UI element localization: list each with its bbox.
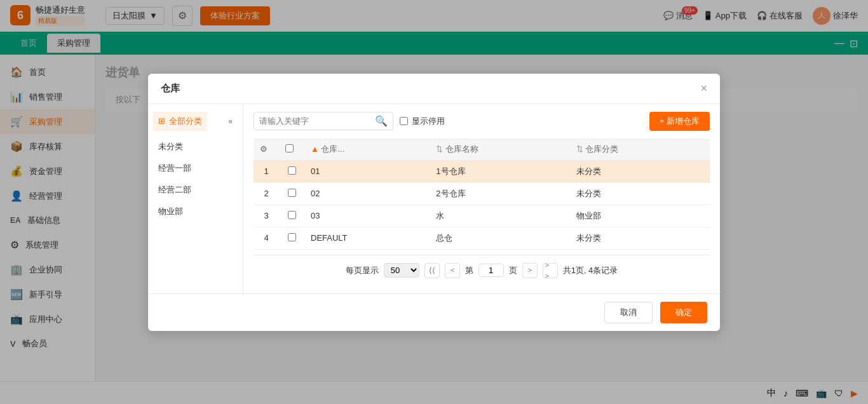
show-disabled-text: 显示停用 [412,116,445,127]
modal-sidebar-dept2-label: 经营二部 [158,184,191,196]
modal-close-button[interactable]: × [700,83,707,94]
table-header: ⚙ ▲ 仓库... ⇅ 仓库名称 [254,138,710,161]
add-warehouse-button[interactable]: + 新增仓库 [649,112,710,131]
next-page-button[interactable]: ＞ [522,263,538,278]
th-checkbox [279,138,304,161]
modal-toolbar: 🔍 显示停用 + 新增仓库 [254,112,710,131]
table-row[interactable]: 3 03 水 物业部 [254,205,710,227]
show-disabled-label: 显示停用 [400,116,445,127]
show-disabled-checkbox[interactable] [400,117,408,125]
last-page-button[interactable]: ＞＞ [543,263,558,278]
total-info: 共1页, 4条记录 [563,265,618,276]
row-name: 总仓 [430,227,569,249]
modal-sidebar-all-label: 全部分类 [169,116,202,127]
table-body: 1 01 1号仓库 未分类 2 [254,160,710,249]
row-checkbox [279,160,304,182]
modal-main-content: 🔍 显示停用 + 新增仓库 ⚙ [243,104,720,293]
sort-icon-category: ⇅ [576,144,583,154]
modal-sidebar-collapse-btn[interactable]: « [223,114,238,128]
row-category: 未分类 [570,182,710,205]
modal-body: ⊞ 全部分类 « 未分类 经营一部 经营二部 物业部 [148,104,720,293]
modal-sidebar-uncategorized[interactable]: 未分类 [148,136,243,158]
modal-footer: 取消 确定 [148,293,720,331]
modal-sidebar-property[interactable]: 物业部 [148,201,243,222]
prev-page-button[interactable]: ＜ [445,263,460,278]
modal-header: 仓库 × [148,74,720,104]
row-select-checkbox[interactable] [288,211,296,219]
row-category: 未分类 [570,160,710,182]
per-page-label: 每页显示 [346,265,379,276]
cancel-button[interactable]: 取消 [604,302,653,323]
search-input[interactable] [259,116,375,126]
per-page-select[interactable]: 50 10 20 100 [384,263,419,278]
table-container: ⚙ ▲ 仓库... ⇅ 仓库名称 [254,138,710,250]
row-num: 2 [254,182,279,205]
row-code: 03 [304,205,430,227]
modal-sidebar-dept1[interactable]: 经营一部 [148,158,243,179]
table-row[interactable]: 4 DEFAULT 总仓 未分类 [254,227,710,249]
sort-icon: ▲ [311,144,319,154]
row-name: 水 [430,205,569,227]
modal-sidebar: ⊞ 全部分类 « 未分类 经营一部 经营二部 物业部 [148,104,243,293]
first-page-button[interactable]: ⟨⟨ [424,263,440,278]
row-code: DEFAULT [304,227,430,249]
row-category: 物业部 [570,205,710,227]
modal-sidebar-dept1-label: 经营一部 [158,163,191,174]
row-num: 1 [254,160,279,182]
modal-sidebar-property-label: 物业部 [158,206,183,217]
warehouse-modal: 仓库 × ⊞ 全部分类 « 未分类 经营一部 [148,74,720,331]
row-name: 2号仓库 [430,182,569,205]
search-icon[interactable]: 🔍 [375,115,388,127]
row-select-checkbox[interactable] [288,189,296,197]
table-row[interactable]: 1 01 1号仓库 未分类 [254,160,710,182]
row-category: 未分类 [570,227,710,249]
row-num: 4 [254,227,279,249]
modal-sidebar-all[interactable]: ⊞ 全部分类 [153,112,207,131]
row-checkbox [279,205,304,227]
confirm-button[interactable]: 确定 [660,302,707,323]
row-name: 1号仓库 [430,160,569,182]
page-label: 第 [465,265,473,276]
warehouse-table: ⚙ ▲ 仓库... ⇅ 仓库名称 [254,138,710,250]
modal-sidebar-uncategorized-label: 未分类 [158,141,183,152]
select-all-checkbox[interactable] [285,144,294,152]
row-num: 3 [254,205,279,227]
th-code[interactable]: ▲ 仓库... [304,138,430,161]
row-select-checkbox[interactable] [288,233,296,241]
search-box: 🔍 [254,112,393,130]
th-gear[interactable]: ⚙ [254,138,279,161]
page-suffix: 页 [509,265,517,276]
modal-title: 仓库 [161,83,180,95]
row-select-checkbox[interactable] [288,166,296,175]
sort-icon-name: ⇅ [436,144,443,154]
row-checkbox [279,182,304,205]
row-code: 02 [304,182,430,205]
row-checkbox [279,227,304,249]
table-row[interactable]: 2 02 2号仓库 未分类 [254,182,710,205]
row-code: 01 [304,160,430,182]
pagination: 每页显示 50 10 20 100 ⟨⟨ ＜ 第 页 ＞ ＞＞ 共1页, 4条记… [254,255,710,286]
grid-icon: ⊞ [158,116,165,126]
modal-overlay: 仓库 × ⊞ 全部分类 « 未分类 经营一部 [0,0,868,404]
th-category[interactable]: ⇅ 仓库分类 [570,138,710,161]
page-input[interactable] [478,264,504,277]
modal-sidebar-dept2[interactable]: 经营二部 [148,179,243,201]
th-name[interactable]: ⇅ 仓库名称 [430,138,569,161]
